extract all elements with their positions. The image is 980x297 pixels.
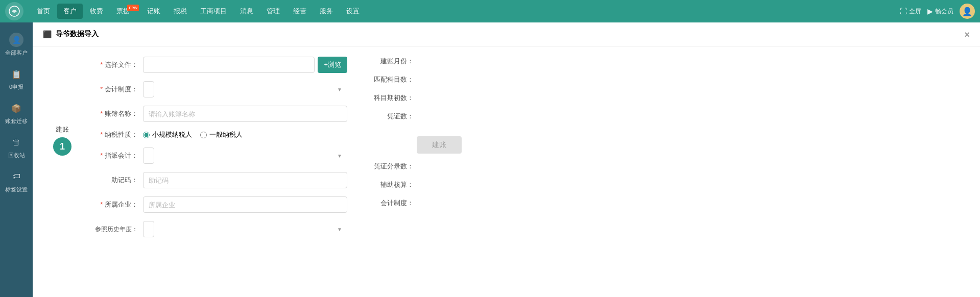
- file-select-row: * 选择文件： +浏览: [92, 57, 347, 73]
- build-btn-container: 建账: [368, 131, 511, 154]
- history-year-select-wrapper: ▼: [143, 221, 347, 237]
- memo-code-row: 助记码：: [92, 172, 347, 188]
- match-subjects-label: 匹配科目数：: [368, 75, 414, 84]
- left-form: * 选择文件： +浏览 * 会计制度：: [92, 57, 347, 287]
- tax-nature-row: * 纳税性质： 小规模纳税人 一般纳税人: [92, 130, 347, 139]
- nav-customers[interactable]: 客户: [57, 4, 83, 19]
- assign-accountant-row: * 指派会计： ▼: [92, 147, 347, 164]
- recycle-icon: 🗑: [9, 135, 23, 150]
- nav-billing[interactable]: 收费: [84, 4, 109, 19]
- auxiliary-label: 辅助核算：: [368, 180, 414, 189]
- sidebar: 👤 全部客户 📋 0申报 📦 账套迁移 🗑 回收站 🏷 标签设置: [0, 22, 33, 297]
- history-year-row: 参照历史年度： ▼: [92, 221, 347, 237]
- tax-nature-radio-group: 小规模纳税人 一般纳税人: [143, 130, 347, 139]
- sidebar-item-tag-settings[interactable]: 🏷 标签设置: [0, 164, 33, 199]
- nav-service[interactable]: 服务: [314, 4, 339, 19]
- tax-option-small[interactable]: 小规模纳税人: [143, 130, 192, 139]
- nav-settings[interactable]: 设置: [340, 4, 366, 19]
- user-avatar[interactable]: 👤: [960, 4, 975, 19]
- match-subjects-row: 匹配科目数：: [368, 75, 511, 84]
- nav-operation[interactable]: 经营: [287, 4, 313, 19]
- account-migration-icon: 📦: [9, 101, 23, 115]
- dialog-title: 导爷数据导入: [56, 30, 99, 39]
- chevron-down-icon-3: ▼: [337, 227, 342, 232]
- ledger-name-row: * 账簿名称：: [92, 106, 347, 122]
- assign-accountant-select-wrapper: ▼: [143, 147, 347, 164]
- nav-messages[interactable]: 消息: [234, 4, 259, 19]
- nav-business[interactable]: 工商项目: [194, 4, 233, 19]
- browse-button[interactable]: +浏览: [318, 57, 347, 73]
- nav-bookkeeping[interactable]: 记账: [141, 4, 166, 19]
- voucher-count-label: 凭证数：: [368, 112, 414, 121]
- chevron-down-icon-2: ▼: [337, 153, 342, 159]
- all-customers-icon: 👤: [9, 33, 23, 47]
- new-badge: new: [127, 5, 139, 11]
- tag-settings-icon: 🏷: [9, 169, 23, 184]
- auxiliary-row: 辅助核算：: [368, 180, 511, 189]
- tax-radio-general[interactable]: [200, 132, 207, 138]
- voucher-entries-row: 凭证分录数：: [368, 162, 511, 171]
- nav-right: ⛶ 全屏 ▶ 畅会员 👤: [900, 4, 975, 19]
- accounting-system-select-wrapper: ▼: [143, 81, 347, 97]
- nav-home[interactable]: 首页: [31, 4, 56, 19]
- file-input-group: +浏览: [143, 57, 347, 73]
- memo-code-input[interactable]: [143, 172, 347, 188]
- accounting-system-select[interactable]: [143, 81, 154, 97]
- top-navigation: 首页 客户 收费 票据 new 记账 报税 工商项目 消息 管理 经营 服务 设…: [0, 0, 980, 22]
- file-select-input[interactable]: [143, 57, 315, 73]
- form-panel: ⬛ 导爷数据导入 × 建账 1: [33, 22, 980, 297]
- memo-code-label: 助记码：: [92, 176, 138, 185]
- tax-option-general[interactable]: 一般纳税人: [200, 130, 243, 139]
- form-body: 建账 1 * 选择文件： +浏览: [33, 46, 980, 297]
- import-icon: ⬛: [43, 30, 52, 38]
- ledger-name-input[interactable]: [143, 106, 347, 122]
- accounting-system-row: * 会计制度： ▼: [92, 81, 347, 97]
- fullscreen-button[interactable]: ⛶ 全屏: [900, 7, 921, 16]
- nav-tax[interactable]: 报税: [168, 4, 193, 19]
- tax-nature-label: * 纳税性质：: [92, 130, 138, 139]
- voucher-entries-label: 凭证分录数：: [368, 162, 414, 171]
- sidebar-item-account-migration[interactable]: 📦 账套迁移: [0, 96, 33, 130]
- initial-subjects-label: 科目期初数：: [368, 93, 414, 103]
- nav-invoice[interactable]: 票据 new: [110, 4, 140, 19]
- build-account-button[interactable]: 建账: [417, 136, 462, 154]
- company-label: * 所属企业：: [92, 200, 138, 209]
- nav-items: 首页 客户 收费 票据 new 记账 报税 工商项目 消息 管理 经营 服务 设…: [31, 4, 900, 19]
- accounting-system-info-row: 会计制度：: [368, 199, 511, 208]
- company-row: * 所属企业：: [92, 196, 347, 213]
- app-logo: [5, 2, 23, 20]
- sidebar-item-recycle[interactable]: 🗑 回收站: [0, 130, 33, 164]
- voucher-count-row: 凭证数：: [368, 112, 511, 121]
- company-input[interactable]: [143, 196, 347, 213]
- content-area: ⬛ 导爷数据导入 × 建账 1: [33, 22, 980, 297]
- initial-subjects-row: 科目期初数：: [368, 93, 511, 103]
- accounting-system-info-label: 会计制度：: [368, 199, 414, 208]
- step-circle: 1: [53, 137, 71, 156]
- history-year-label: 参照历史年度：: [92, 225, 138, 234]
- assign-accountant-select[interactable]: [143, 147, 154, 164]
- ledger-name-label: * 账簿名称：: [92, 109, 138, 118]
- file-select-label: * 选择文件：: [92, 60, 138, 69]
- history-year-select[interactable]: [143, 221, 154, 237]
- step-section: 建账 1: [53, 57, 71, 287]
- close-button[interactable]: ×: [964, 30, 970, 40]
- assign-accountant-label: * 指派会计：: [92, 151, 138, 160]
- form-panel-header: ⬛ 导爷数据导入 ×: [33, 22, 980, 46]
- chevron-down-icon: ▼: [337, 87, 342, 92]
- month-label: 建账月份：: [368, 57, 414, 66]
- sidebar-item-all-customers[interactable]: 👤 全部客户: [0, 28, 33, 62]
- nav-manage[interactable]: 管理: [260, 4, 286, 19]
- month-row: 建账月份：: [368, 57, 511, 66]
- right-panel: 建账月份： 匹配科目数： 科目期初数： 凭证数：: [368, 57, 511, 287]
- accounting-system-label: * 会计制度：: [92, 85, 138, 94]
- main-layout: 👤 全部客户 📋 0申报 📦 账套迁移 🗑 回收站 🏷 标签设置 ⬛ 导爷数据导…: [0, 22, 980, 297]
- member-button[interactable]: ▶ 畅会员: [927, 7, 953, 16]
- tax-radio-small[interactable]: [143, 132, 150, 138]
- zero-declaration-icon: 📋: [9, 67, 23, 81]
- sidebar-item-zero-declaration[interactable]: 📋 0申报: [0, 62, 33, 96]
- step-label: 建账: [56, 125, 69, 134]
